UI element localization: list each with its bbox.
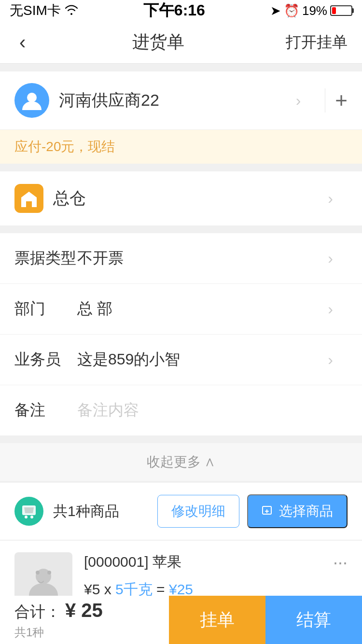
svg-point-2 bbox=[25, 516, 28, 518]
status-time: 下午6:16 bbox=[143, 0, 205, 21]
total-amount: ¥ 25 bbox=[65, 600, 103, 621]
remark-row[interactable]: 备注 备注内容 bbox=[0, 385, 362, 435]
divider bbox=[325, 88, 325, 112]
sales-rep-label: 业务员 bbox=[14, 349, 77, 370]
supplier-name: 河南供应商22 bbox=[59, 89, 296, 112]
remark-input[interactable]: 备注内容 bbox=[77, 400, 348, 421]
invoice-type-chevron-icon: › bbox=[328, 250, 333, 267]
remark-label: 备注 bbox=[14, 400, 77, 421]
warehouse-row[interactable]: 总仓 › bbox=[0, 171, 362, 225]
product-more-button[interactable]: ··· bbox=[328, 552, 348, 573]
select-product-icon bbox=[262, 504, 275, 518]
page-title: 进货单 bbox=[132, 30, 184, 54]
carrier-label: 无SIM卡 bbox=[10, 1, 61, 20]
line-total: ¥25 bbox=[169, 581, 193, 597]
product-count: 共1种商品 bbox=[53, 502, 157, 521]
product-image-placeholder bbox=[24, 562, 63, 601]
svg-point-6 bbox=[36, 571, 40, 574]
total-count: 共1种 bbox=[14, 625, 154, 640]
svg-point-3 bbox=[30, 516, 33, 518]
supplier-avatar bbox=[14, 83, 49, 118]
supplier-alert: 应付-20元，现结 bbox=[0, 130, 362, 164]
sales-rep-chevron-icon: › bbox=[328, 351, 333, 369]
status-bar: 无SIM卡 下午6:16 ➤ ⏰ 19% bbox=[0, 0, 362, 21]
department-value: 总 部 bbox=[77, 298, 328, 320]
form-section: 票据类型 不开票 › 部门 总 部 › 业务员 这是859的小智 › 备注 备注… bbox=[0, 233, 362, 435]
svg-point-0 bbox=[27, 93, 37, 102]
department-row[interactable]: 部门 总 部 › bbox=[0, 283, 362, 334]
cart-svg bbox=[20, 503, 38, 520]
warehouse-chevron-icon: › bbox=[328, 190, 333, 208]
supplier-row[interactable]: 河南供应商22 › + bbox=[0, 71, 362, 130]
product-info: [0000001] 苹果 ¥5 x 5千克 = ¥25 bbox=[84, 552, 328, 600]
warehouse-section: 总仓 › bbox=[0, 171, 362, 225]
user-icon bbox=[21, 90, 42, 111]
total-label: 合计： bbox=[14, 603, 61, 620]
product-name: [0000001] 苹果 bbox=[84, 552, 328, 572]
svg-point-7 bbox=[47, 571, 51, 574]
battery-icon bbox=[330, 5, 352, 16]
warehouse-name: 总仓 bbox=[53, 187, 328, 210]
spacer-1 bbox=[0, 64, 362, 71]
home-icon bbox=[20, 190, 38, 207]
select-product-label: 选择商品 bbox=[279, 502, 333, 520]
checkout-button[interactable]: 结算 bbox=[265, 596, 362, 644]
multiply-sign: x bbox=[104, 581, 115, 597]
total-main: 合计： ¥ 25 bbox=[14, 600, 154, 623]
product-title: 苹果 bbox=[153, 554, 181, 570]
sales-rep-row[interactable]: 业务员 这是859的小智 › bbox=[0, 334, 362, 385]
department-label: 部门 bbox=[14, 298, 77, 320]
hang-order-button[interactable]: 挂单 bbox=[169, 596, 265, 644]
product-code: [0000001] bbox=[84, 554, 148, 570]
location-icon: ➤ bbox=[270, 3, 281, 18]
edit-detail-button[interactable]: 修改明细 bbox=[157, 495, 239, 528]
collapse-bar[interactable]: 收起更多 ∧ bbox=[0, 443, 362, 481]
nav-bar: ‹ 进货单 打开挂单 bbox=[0, 21, 362, 64]
open-pending-button[interactable]: 打开挂单 bbox=[286, 32, 348, 53]
product-header: 共1种商品 修改明细 选择商品 bbox=[0, 483, 362, 540]
bottom-bar: 合计： ¥ 25 共1种 挂单 结算 bbox=[0, 596, 362, 644]
unit-price: ¥5 bbox=[84, 581, 100, 597]
status-right: ➤ ⏰ 19% bbox=[270, 3, 352, 18]
quantity: 5千克 bbox=[115, 581, 153, 597]
department-chevron-icon: › bbox=[328, 300, 333, 318]
wifi-icon bbox=[65, 3, 78, 18]
invoice-type-value: 不开票 bbox=[77, 248, 328, 269]
invoice-type-row[interactable]: 票据类型 不开票 › bbox=[0, 233, 362, 283]
supplier-section: 河南供应商22 › + 应付-20元，现结 bbox=[0, 71, 362, 164]
back-button[interactable]: ‹ bbox=[14, 27, 30, 58]
battery-percent: 19% bbox=[302, 3, 327, 18]
add-supplier-button[interactable]: + bbox=[335, 88, 348, 112]
invoice-type-label: 票据类型 bbox=[14, 248, 77, 269]
select-product-button[interactable]: 选择商品 bbox=[247, 494, 348, 528]
alarm-icon: ⏰ bbox=[284, 3, 299, 18]
warehouse-icon bbox=[14, 184, 43, 213]
equals-sign: = bbox=[156, 581, 169, 597]
total-area: 合计： ¥ 25 共1种 bbox=[0, 600, 169, 640]
supplier-chevron-icon: › bbox=[296, 92, 301, 110]
sales-rep-value: 这是859的小智 bbox=[77, 349, 328, 370]
cart-icon bbox=[14, 497, 43, 526]
status-left: 无SIM卡 bbox=[10, 1, 78, 20]
